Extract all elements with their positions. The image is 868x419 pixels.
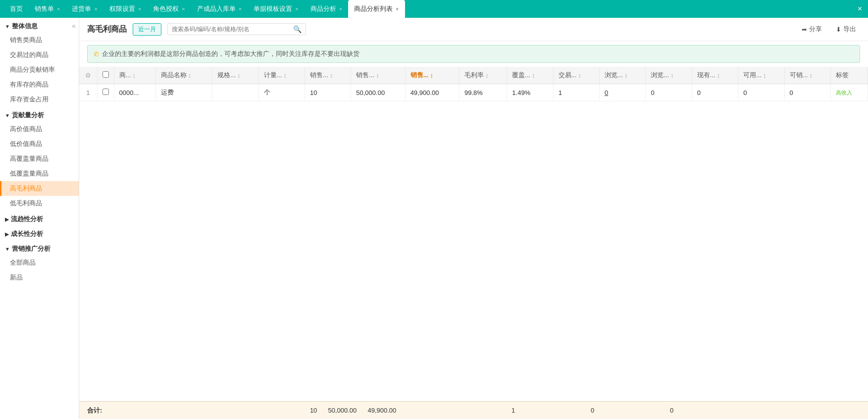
cell-coverage: 1.49% bbox=[507, 84, 553, 101]
nav-tab-purchase[interactable]: 进货单 × bbox=[66, 0, 103, 18]
export-button[interactable]: ⬇ 导出 bbox=[832, 23, 860, 36]
cell-tag: 高收入 bbox=[830, 84, 868, 101]
sidebar-group-contribution[interactable]: ▼ 贡献量分析 bbox=[0, 107, 79, 122]
search-box: 🔍 bbox=[167, 23, 306, 35]
search-input[interactable] bbox=[172, 26, 291, 33]
data-table: ⚙ 商...↕ 商品名称↕ 规格...↕ bbox=[79, 67, 868, 101]
share-icon: ➦ bbox=[802, 26, 807, 33]
nav-tab-analysis-list[interactable]: 商品分析列表 × bbox=[348, 0, 405, 18]
sort-icon-coverage[interactable]: ↕ bbox=[532, 72, 535, 79]
close-permission-tab[interactable]: × bbox=[138, 6, 141, 12]
sort-icon-unit[interactable]: ↕ bbox=[283, 72, 287, 79]
window-close-button[interactable]: × bbox=[858, 4, 862, 13]
col-header-browse1: 浏览...↕ bbox=[600, 67, 646, 84]
settings-gear-icon[interactable]: ⚙ bbox=[85, 72, 91, 79]
sidebar-item-low-value[interactable]: 低价值商品 bbox=[0, 137, 79, 151]
sort-icon-amount[interactable]: ↕ bbox=[376, 72, 379, 79]
nav-tab-inbound[interactable]: 产成品入库单 × bbox=[191, 0, 248, 18]
sidebar-item-new-goods[interactable]: 新品 bbox=[0, 270, 79, 285]
col-header-sales-amount: 销售...↕ bbox=[351, 67, 405, 84]
sort-icon-cost[interactable]: ↕ bbox=[430, 72, 433, 79]
cell-browse2: 0 bbox=[646, 84, 692, 101]
select-all-checkbox[interactable] bbox=[102, 71, 109, 78]
table-row: 1 0000... 运费 个 10 50,000.00 49,900.00 bbox=[79, 84, 868, 101]
sidebar-item-contribution-rate[interactable]: 商品分贡献销率 bbox=[0, 62, 79, 77]
col-header-settings[interactable]: ⚙ bbox=[79, 67, 97, 84]
cell-name: 运费 bbox=[155, 84, 212, 101]
row-checkbox[interactable] bbox=[102, 89, 109, 95]
export-icon: ⬇ bbox=[836, 26, 841, 33]
sort-icon-qty[interactable]: ↕ bbox=[330, 72, 333, 79]
cell-saleable: 0 bbox=[784, 84, 830, 101]
col-header-unit: 计量...↕ bbox=[258, 67, 305, 84]
sort-icon-name[interactable]: ↕ bbox=[188, 72, 192, 79]
content-header: 高毛利商品 近一月 🔍 ➦ 分享 ⬇ 导出 bbox=[79, 18, 868, 41]
col-header-sales-qty: 销售...↕ bbox=[305, 67, 351, 84]
sidebar-group-growth[interactable]: ▶ 成长性分析 bbox=[0, 226, 79, 240]
sidebar-group-flow[interactable]: ▶ 流趋性分析 bbox=[0, 211, 79, 226]
sort-icon-available[interactable]: ↕ bbox=[763, 72, 766, 79]
close-analysis-list-tab[interactable]: × bbox=[396, 6, 399, 12]
footer-sales-qty: 10 bbox=[282, 407, 322, 414]
sort-icon-browse1[interactable]: ↕ bbox=[624, 72, 628, 79]
sidebar: « ▼ 整体信息 销售类商品 交易过的商品 商品分贡献销率 有库存的商品 库存资… bbox=[0, 18, 79, 419]
cell-trade: 1 bbox=[553, 84, 599, 101]
sort-icon[interactable]: ↕ bbox=[132, 72, 136, 79]
sidebar-item-high-value[interactable]: 高价值商品 bbox=[0, 122, 79, 137]
sidebar-item-high-coverage[interactable]: 高覆盖量商品 bbox=[0, 151, 79, 166]
sort-icon-browse2[interactable]: ↕ bbox=[670, 72, 674, 79]
cell-unit: 个 bbox=[258, 84, 305, 101]
col-header-name: 商品名称↕ bbox=[155, 67, 212, 84]
nav-tab-template[interactable]: 单据模板设置 × bbox=[248, 0, 304, 18]
sidebar-collapse-button[interactable]: « bbox=[72, 22, 76, 30]
cell-checkbox[interactable] bbox=[97, 84, 114, 101]
nav-tab-analysis[interactable]: 商品分析 × bbox=[305, 0, 348, 18]
footer-available: 0 bbox=[639, 407, 678, 414]
sort-icon-saleable[interactable]: ↕ bbox=[809, 72, 813, 79]
close-inbound-tab[interactable]: × bbox=[239, 6, 242, 12]
content-area: 高毛利商品 近一月 🔍 ➦ 分享 ⬇ 导出 ✆ 企业的主要的利润都是这部分商品创… bbox=[79, 18, 868, 419]
contribution-arrow-icon: ▼ bbox=[5, 113, 10, 118]
close-template-tab[interactable]: × bbox=[295, 6, 298, 12]
cell-num: 1 bbox=[79, 84, 97, 101]
cell-gross-rate: 99.8% bbox=[459, 84, 507, 101]
sidebar-item-inventory-capital[interactable]: 库存资金占用 bbox=[0, 92, 79, 107]
nav-tab-role[interactable]: 角色授权 × bbox=[147, 0, 191, 18]
sidebar-item-low-coverage[interactable]: 低覆盖量商品 bbox=[0, 166, 79, 181]
cell-available: 0 bbox=[738, 84, 784, 101]
col-header-gross-rate: 毛利率↕ bbox=[459, 67, 507, 84]
search-icon[interactable]: 🔍 bbox=[293, 25, 302, 33]
sidebar-item-sales-goods[interactable]: 销售类商品 bbox=[0, 33, 79, 47]
sidebar-item-all-goods[interactable]: 全部商品 bbox=[0, 255, 79, 270]
footer-sales-cost: 49,900.00 bbox=[361, 407, 401, 414]
cell-sales-amount: 50,000.00 bbox=[351, 84, 405, 101]
nav-tab-sales[interactable]: 销售单 × bbox=[29, 0, 66, 18]
marketing-arrow-icon: ▼ bbox=[5, 246, 10, 252]
sidebar-item-low-margin[interactable]: 低毛利商品 bbox=[0, 196, 79, 211]
sidebar-group-marketing[interactable]: ▼ 营销推广分析 bbox=[0, 240, 79, 255]
close-sales-tab[interactable]: × bbox=[57, 6, 60, 12]
col-header-saleable: 可销...↕ bbox=[784, 67, 830, 84]
close-role-tab[interactable]: × bbox=[182, 6, 185, 12]
filter-period-button[interactable]: 近一月 bbox=[133, 23, 161, 36]
col-header-checkbox[interactable] bbox=[97, 67, 114, 84]
nav-tab-permission[interactable]: 权限设置 × bbox=[103, 0, 147, 18]
header-actions: ➦ 分享 ⬇ 导出 bbox=[798, 23, 860, 36]
sort-icon-current[interactable]: ↕ bbox=[717, 72, 720, 79]
sort-icon-trade[interactable]: ↕ bbox=[578, 72, 582, 79]
sidebar-item-in-stock[interactable]: 有库存的商品 bbox=[0, 77, 79, 92]
share-button[interactable]: ➦ 分享 bbox=[798, 23, 826, 36]
nav-tab-home[interactable]: 首页 bbox=[4, 0, 29, 18]
sidebar-item-high-margin[interactable]: 高毛利商品 bbox=[0, 181, 79, 196]
sort-icon-gross[interactable]: ↕ bbox=[485, 72, 489, 79]
sidebar-item-traded-goods[interactable]: 交易过的商品 bbox=[0, 47, 79, 62]
sort-icon-spec[interactable]: ↕ bbox=[237, 72, 241, 79]
cell-browse1[interactable]: 0 bbox=[600, 84, 646, 101]
col-header-code: 商...↕ bbox=[114, 67, 155, 84]
close-analysis-tab[interactable]: × bbox=[339, 6, 342, 12]
close-purchase-tab[interactable]: × bbox=[94, 6, 97, 12]
main-layout: « ▼ 整体信息 销售类商品 交易过的商品 商品分贡献销率 有库存的商品 库存资… bbox=[0, 18, 868, 419]
sidebar-group-overall[interactable]: ▼ 整体信息 bbox=[0, 18, 79, 33]
info-icon: ✆ bbox=[94, 50, 99, 58]
cell-code: 0000... bbox=[114, 84, 155, 101]
